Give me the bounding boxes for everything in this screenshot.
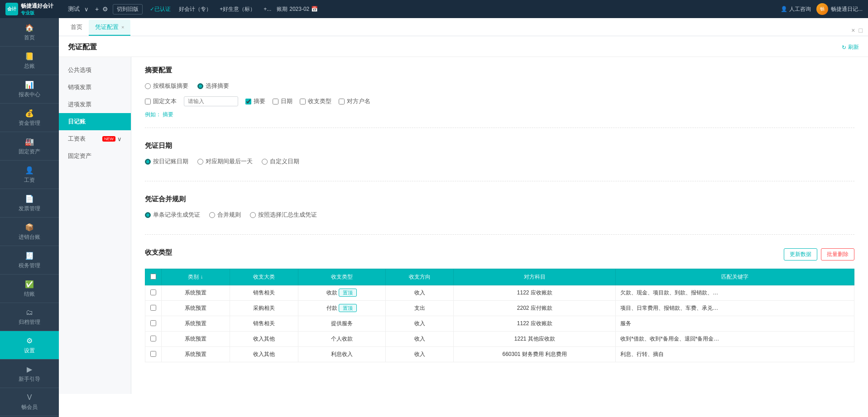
radio-custom-date-label: 自定义日期 [270,157,299,166]
sidebar-item-member[interactable]: V 畅会员 [0,388,59,416]
example-text: 例如： 摘要 [145,111,854,118]
radio-template[interactable]: 按模板版摘要 [145,82,188,90]
sidebar-label-purchase: 进销台账 [19,233,40,241]
sidebar-item-reports[interactable]: 📊 报表中心 [0,75,59,104]
checkbox-counterpart-input[interactable] [339,99,345,104]
page-content: 凭证配置 ↻ 刷新 公共选项 销项发票 进项发票 日记账 工资表 [59,36,868,417]
th-subject: 对方科目 [454,269,616,285]
checkbox-income-type[interactable]: 收支类型 [300,97,331,105]
radio-template-input[interactable] [145,83,151,89]
row-major: 销售相关 [230,316,298,332]
refresh-button[interactable]: ↻ 刷新 [842,43,859,51]
reset-badge[interactable]: 置顶 [339,304,357,312]
menu-item-sales-invoice[interactable]: 销项发票 [59,79,131,96]
menu-item-journal[interactable]: 日记账 [59,113,131,130]
radio-single[interactable]: 单条记录生成凭证 [145,211,200,219]
calendar-icon[interactable]: 📅 [311,6,318,12]
menu-item-fixed-assets[interactable]: 固定资产 [59,147,131,165]
content-area: 首页 凭证配置 × × □ 凭证配置 ↻ 刷新 [59,18,868,417]
radio-selected-total[interactable]: 按照选择汇总生成凭证 [250,211,317,219]
sidebar-item-guide[interactable]: ▶ 新手引导 [0,360,59,388]
batch-delete-button[interactable]: 批量删除 [821,248,854,261]
table-row: 系统预置 收入其他 利息收入 收入 660301 财务费用 利息费用 利息、行转… [145,347,854,362]
checkbox-fixed-text[interactable]: 固定文本 [145,97,177,105]
row-type: 提供服务 [298,316,385,332]
sidebar-item-invoice[interactable]: 📄 发票管理 [0,189,59,218]
radio-period-last[interactable]: 对应期间最后一天 [197,157,253,166]
row-major: 采购相关 [230,301,298,316]
merge-rules-title: 凭证合并规则 [145,195,854,204]
th-category: 类别 ↓ [162,269,230,285]
checkbox-summary[interactable]: 摘要 [245,97,265,105]
menu-item-wage-table[interactable]: 工资表 NEW ∨ [59,130,131,147]
settings-icon[interactable]: ⚙ [102,5,108,13]
checkbox-summary-input[interactable] [245,99,251,104]
row-checkbox[interactable] [145,347,162,362]
checkbox-fixed-text-input[interactable] [145,99,151,104]
page-title: 凭证配置 [68,43,97,52]
sidebar-item-settle[interactable]: ✅ 结账 [0,275,59,303]
summary-checkbox-row: 固定文本 摘要 日期 [145,96,854,106]
sidebar-item-home[interactable]: 🏠 首页 [0,18,59,47]
company-dropdown-arrow[interactable]: ∨ [84,6,89,13]
sidebar-label-tax: 税务管理 [19,262,40,270]
row-major: 收入其他 [230,347,298,362]
maximize-window-button[interactable]: □ [859,27,863,34]
tab-close-icon[interactable]: × [121,24,124,30]
radio-select-label: 选择摘要 [206,82,229,90]
sidebar-item-assets[interactable]: 🏭 固定资产 [0,132,59,161]
th-checkbox[interactable] [145,269,162,285]
radio-selected-total-input[interactable] [250,212,256,218]
sidebar-item-tax[interactable]: 🧾 税务管理 [0,246,59,275]
settle-icon: ✅ [25,280,34,289]
sidebar-item-funds[interactable]: 💰 资金管理 [0,104,59,132]
refresh-icon: ↻ [842,44,846,51]
tax-icon: 🧾 [25,251,34,260]
row-keywords: 服务 [616,316,854,332]
top-tags: ✓已认证 好会计（专） +好生意（标） +... 账期 2023-02 📅 [147,5,776,14]
radio-select-input[interactable] [197,83,203,89]
sidebar-item-settings[interactable]: ⚙ 设置 [0,331,59,360]
sidebar-item-salary[interactable]: 👤 工资 [0,161,59,189]
checkbox-counterpart[interactable]: 对方户名 [339,97,370,105]
reset-badge[interactable]: 置顶 [339,289,357,297]
service-button[interactable]: 👤 人工咨询 [781,5,811,13]
row-checkbox[interactable] [145,332,162,347]
update-data-button[interactable]: 更新数据 [784,248,817,261]
sidebar-item-purchase[interactable]: 📦 进销台账 [0,218,59,246]
menu-item-public[interactable]: 公共选项 [59,62,131,79]
tab-voucher-config[interactable]: 凭证配置 × [89,19,130,36]
checkbox-date[interactable]: 日期 [273,97,293,105]
tab-home[interactable]: 首页 [64,19,89,36]
menu-item-purchase-invoice[interactable]: 进项发票 [59,96,131,113]
salary-icon: 👤 [25,166,34,175]
product-tag-1: 好会计（专） [176,5,214,14]
table-actions: 更新数据 批量删除 [784,248,854,261]
fixed-text-input[interactable] [184,96,238,106]
sidebar-item-archive[interactable]: 🗂 归档管理 [0,303,59,331]
radio-journal-date-input[interactable] [145,159,151,165]
radio-select[interactable]: 选择摘要 [197,82,229,90]
radio-journal-date[interactable]: 按日记账日期 [145,157,188,166]
radio-merge-input[interactable] [209,212,215,218]
switch-version-button[interactable]: 切到旧版 [113,4,143,14]
close-window-button[interactable]: × [851,27,855,34]
sidebar-label-funds: 资金管理 [19,119,40,127]
select-all-checkbox[interactable] [150,274,156,280]
row-checkbox[interactable] [145,301,162,316]
row-checkbox[interactable] [145,285,162,301]
radio-merge[interactable]: 合并规则 [209,211,241,219]
expand-arrow-icon: ∨ [117,136,122,142]
user-area[interactable]: 畅 畅捷通日记... [816,3,863,15]
radio-custom-date[interactable]: 自定义日期 [262,157,299,166]
add-icon[interactable]: + [95,5,99,13]
radio-period-last-input[interactable] [197,159,203,165]
checkbox-income-type-input[interactable] [300,99,306,104]
sidebar-item-ledger[interactable]: 📒 总账 [0,47,59,75]
radio-custom-date-input[interactable] [262,159,268,165]
purchase-icon: 📦 [25,223,34,232]
checkbox-date-input[interactable] [273,99,278,104]
example-value: 摘要 [163,111,173,118]
radio-single-input[interactable] [145,212,151,218]
row-checkbox[interactable] [145,316,162,332]
